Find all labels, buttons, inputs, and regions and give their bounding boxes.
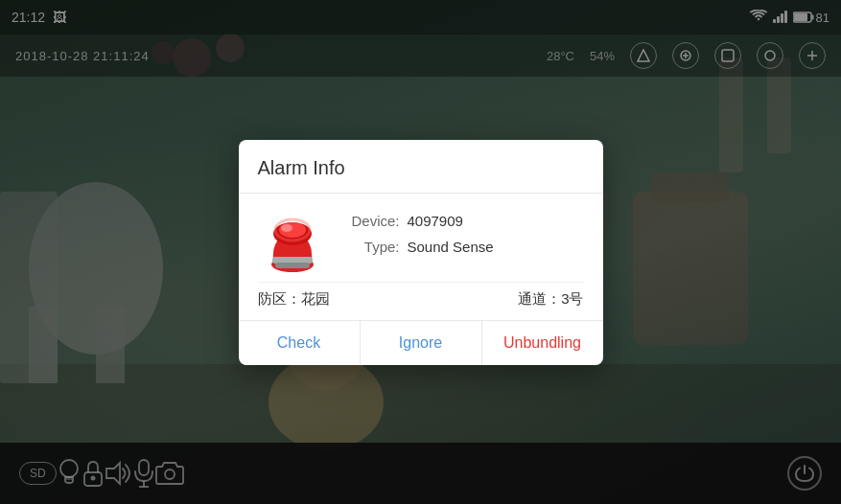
channel-label: 通道：3号 — [518, 290, 583, 309]
svg-point-32 — [281, 224, 292, 232]
zone-channel-row: 防区：花园 通道：3号 — [258, 282, 584, 320]
ignore-button[interactable]: Ignore — [360, 321, 481, 365]
unbundling-button[interactable]: Unbundling — [481, 321, 603, 365]
dialog-title: Alarm Info — [258, 157, 584, 179]
dialog-content: Device: 4097909 Type: Sound Sense — [258, 209, 584, 278]
alarm-siren-icon — [258, 209, 327, 278]
dialog-body: Device: 4097909 Type: Sound Sense 防区：花园 … — [239, 194, 603, 320]
svg-rect-33 — [272, 257, 313, 263]
modal-overlay: Alarm Info — [0, 0, 841, 504]
svg-rect-34 — [275, 263, 310, 268]
device-label: Device: — [342, 213, 400, 229]
type-label: Type: — [342, 239, 400, 255]
dialog-header: Alarm Info — [239, 140, 603, 194]
device-row: Device: 4097909 — [342, 213, 584, 229]
alarm-dialog: Alarm Info — [239, 140, 603, 365]
device-info: Device: 4097909 Type: Sound Sense — [342, 209, 584, 264]
zone-label: 防区：花园 — [258, 290, 330, 309]
check-button[interactable]: Check — [239, 321, 360, 365]
type-value: Sound Sense — [408, 239, 494, 255]
dialog-actions: Check Ignore Unbundling — [239, 320, 603, 365]
device-value: 4097909 — [408, 213, 463, 229]
type-row: Type: Sound Sense — [342, 239, 584, 255]
